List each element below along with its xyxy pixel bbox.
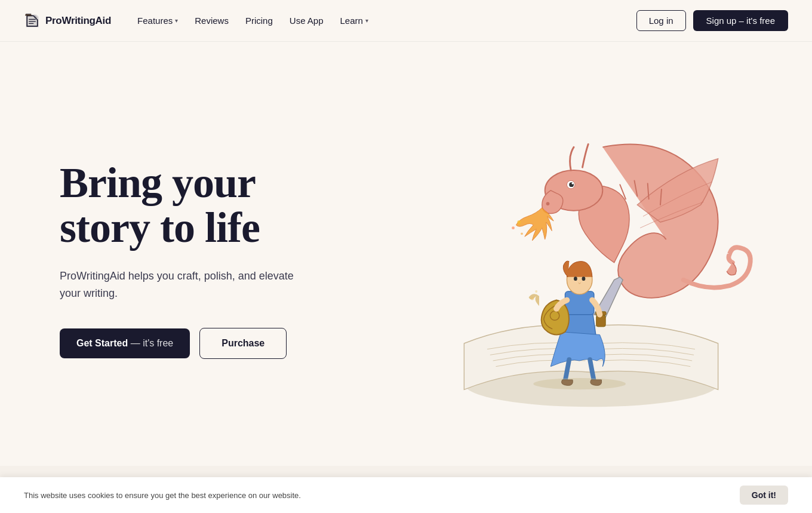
- logo-link[interactable]: ProWritingAid: [24, 13, 111, 29]
- hero-title: Bring your story to life: [60, 161, 310, 251]
- features-chevron-icon: ▾: [175, 17, 178, 24]
- hero-illustration: [406, 101, 776, 419]
- hero-buttons: Get Started — it's free Purchase: [60, 328, 310, 359]
- get-started-button[interactable]: Get Started — it's free: [60, 328, 190, 358]
- nav-learn[interactable]: Learn ▾: [333, 11, 376, 30]
- nav-reviews[interactable]: Reviews: [187, 11, 236, 30]
- logo-text: ProWritingAid: [45, 15, 111, 27]
- purchase-button[interactable]: Purchase: [199, 328, 287, 359]
- nav-links: Features ▾ Reviews Pricing Use App Learn…: [130, 11, 376, 30]
- svg-point-13: [582, 277, 586, 281]
- hero-section: Bring your story to life ProWritingAid h…: [0, 42, 812, 466]
- hero-subtitle: ProWritingAid helps you craft, polish, a…: [60, 268, 310, 302]
- svg-point-7: [517, 220, 521, 224]
- nav-right: Log in Sign up – it's free: [636, 10, 788, 31]
- learn-chevron-icon: ▾: [365, 17, 368, 24]
- cookie-ok-button[interactable]: Got it!: [740, 486, 788, 505]
- svg-point-19: [533, 378, 626, 389]
- svg-rect-10: [565, 291, 594, 315]
- logo-icon: [24, 13, 41, 29]
- svg-point-16: [535, 290, 537, 293]
- login-button[interactable]: Log in: [636, 10, 686, 31]
- svg-point-15: [531, 297, 534, 300]
- svg-point-8: [521, 233, 523, 235]
- cookie-banner: This website uses cookies to ensure you …: [0, 477, 812, 513]
- nav-features[interactable]: Features ▾: [130, 11, 185, 30]
- nav-left: ProWritingAid Features ▾ Reviews Pricing…: [24, 11, 376, 30]
- hero-svg-illustration: [418, 101, 764, 419]
- nav-use-app[interactable]: Use App: [282, 11, 331, 30]
- svg-point-9: [512, 226, 515, 229]
- svg-point-5: [572, 183, 574, 185]
- signup-button[interactable]: Sign up – it's free: [693, 10, 788, 31]
- svg-point-6: [546, 202, 550, 205]
- cookie-text: This website uses cookies to ensure you …: [24, 491, 740, 500]
- nav-pricing[interactable]: Pricing: [238, 11, 280, 30]
- svg-point-12: [574, 277, 577, 281]
- hero-content: Bring your story to life ProWritingAid h…: [60, 161, 310, 360]
- navbar: ProWritingAid Features ▾ Reviews Pricing…: [0, 0, 812, 42]
